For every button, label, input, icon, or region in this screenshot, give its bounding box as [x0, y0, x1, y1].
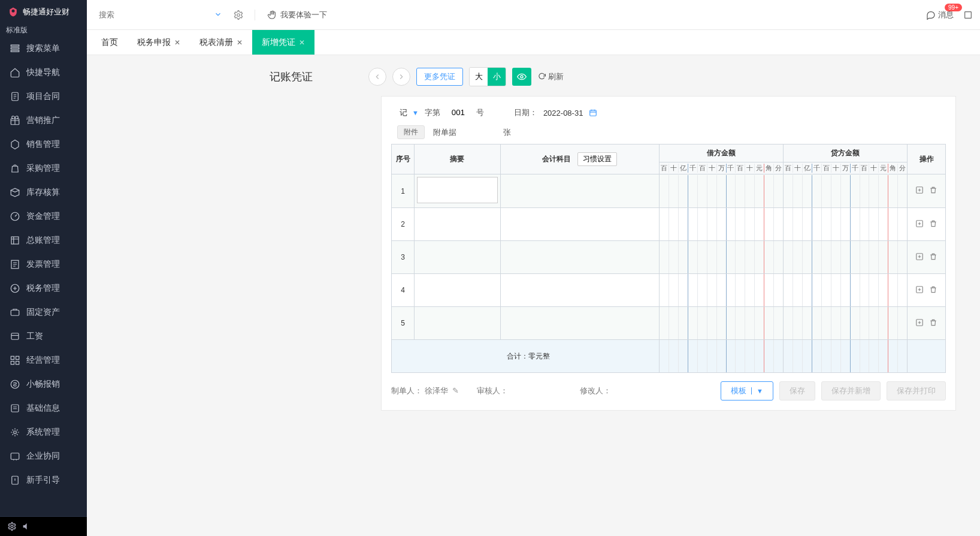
sidebar-item-9[interactable]: 发票管理 [0, 252, 87, 276]
add-row-icon[interactable] [915, 285, 924, 294]
add-row-icon[interactable] [915, 186, 924, 194]
delete-row-icon[interactable] [929, 252, 937, 261]
close-icon[interactable]: ✕ [237, 38, 243, 47]
sidebar-item-16[interactable]: 系统管理 [0, 420, 87, 444]
amount-cell[interactable] [784, 274, 908, 307]
sidebar-item-13[interactable]: 经营管理 [0, 348, 87, 372]
sidebar-item-12[interactable]: 工资 [0, 324, 87, 348]
try-button[interactable]: 我要体验一下 [255, 10, 327, 20]
digit-label: 百 [736, 164, 745, 173]
subject-cell[interactable] [500, 241, 659, 274]
summary-cell[interactable] [415, 274, 500, 307]
svg-rect-22 [965, 11, 972, 18]
amount-cell[interactable] [784, 174, 908, 208]
attachment-button[interactable]: 附件 [397, 125, 425, 139]
summary-input[interactable] [417, 177, 497, 203]
tab-3[interactable]: 新增凭证✕ [252, 30, 314, 55]
sidebar-item-label: 固定资产 [26, 307, 60, 318]
amount-cell[interactable] [784, 208, 908, 241]
summary-cell[interactable] [415, 208, 500, 241]
next-voucher-button[interactable] [392, 68, 410, 86]
summary-cell[interactable] [415, 307, 500, 340]
refresh-button[interactable]: 刷新 [537, 71, 564, 82]
expand-icon[interactable] [963, 10, 973, 20]
sidebar-item-label: 快捷导航 [26, 67, 60, 78]
close-icon[interactable]: ✕ [299, 38, 305, 47]
guide-icon [10, 475, 20, 486]
settings-footer-icon[interactable] [7, 522, 17, 531]
sidebar-item-2[interactable]: 项目合同 [0, 85, 87, 109]
sys-icon [10, 427, 20, 438]
close-icon[interactable]: ✕ [174, 38, 180, 47]
amount-cell[interactable] [784, 340, 908, 373]
sidebar-item-0[interactable]: 搜索菜单 [0, 37, 87, 61]
sidebar-item-11[interactable]: 固定资产 [0, 300, 87, 324]
amount-cell[interactable] [660, 274, 784, 307]
tab-label: 税务申报 [137, 37, 171, 48]
digit-label: 十 [669, 164, 679, 173]
subject-cell[interactable] [500, 208, 659, 241]
sidebar-item-10[interactable]: 税务管理 [0, 276, 87, 300]
voucher-number-input[interactable] [446, 108, 470, 118]
add-row-icon[interactable] [915, 219, 924, 228]
amount-cell[interactable] [660, 208, 784, 241]
edit-maker-icon[interactable]: ✎ [452, 386, 459, 395]
amount-cell[interactable] [660, 241, 784, 274]
calendar-icon[interactable] [589, 109, 597, 117]
voucher-type-select[interactable]: 记 [397, 106, 410, 119]
save-and-print-button[interactable]: 保存并打印 [887, 381, 946, 401]
more-vouchers-button[interactable]: 更多凭证 [416, 68, 463, 86]
delete-row-icon[interactable] [929, 285, 937, 294]
tab-0[interactable]: 首页 [92, 30, 128, 55]
subject-cell[interactable] [500, 274, 659, 307]
subject-cell[interactable] [500, 174, 659, 208]
tab-1[interactable]: 税务申报✕ [128, 30, 190, 55]
sidebar-item-17[interactable]: 企业协同 [0, 444, 87, 468]
sidebar-item-15[interactable]: 基础信息 [0, 396, 87, 420]
search-chevron-icon[interactable] [214, 10, 222, 19]
sidebar-item-5[interactable]: 采购管理 [0, 156, 87, 180]
save-and-new-button[interactable]: 保存并新增 [821, 381, 881, 401]
amount-cell[interactable] [660, 307, 784, 340]
settings-icon[interactable] [233, 10, 244, 20]
sidebar-item-label: 项目合同 [26, 91, 60, 102]
chevron-down-icon[interactable]: ▼ [412, 109, 419, 116]
amount-cell[interactable] [660, 340, 784, 373]
search-input[interactable] [94, 5, 226, 25]
summary-cell[interactable] [415, 174, 500, 208]
prev-voucher-button[interactable] [368, 68, 386, 86]
sidebar-item-label: 搜索菜单 [26, 43, 60, 54]
template-button[interactable]: 模板 ▼ [721, 381, 773, 401]
messages-button[interactable]: 消息 99+ [926, 10, 954, 20]
size-small-button[interactable]: 小 [488, 68, 506, 86]
tab-2[interactable]: 税表清册✕ [190, 30, 252, 55]
date-value[interactable]: 2022-08-31 [543, 109, 583, 118]
digit-label: 百 [698, 164, 707, 173]
sidebar-item-7[interactable]: 资金管理 [0, 204, 87, 228]
sidebar-item-8[interactable]: 总账管理 [0, 228, 87, 252]
sidebar-item-3[interactable]: 营销推广 [0, 109, 87, 133]
delete-row-icon[interactable] [929, 186, 937, 194]
subject-cell[interactable] [500, 307, 659, 340]
size-large-button[interactable]: 大 [470, 68, 488, 86]
add-row-icon[interactable] [915, 318, 924, 327]
sidebar-item-1[interactable]: 快捷导航 [0, 61, 87, 85]
amount-cell[interactable] [784, 307, 908, 340]
sidebar-item-18[interactable]: 新手引导 [0, 468, 87, 492]
amount-cell[interactable] [660, 174, 784, 208]
summary-cell[interactable] [415, 241, 500, 274]
add-row-icon[interactable] [915, 252, 924, 261]
delete-row-icon[interactable] [929, 219, 937, 228]
table-row: 3 [392, 241, 946, 274]
preview-button[interactable] [512, 68, 531, 86]
table-row: 5 [392, 307, 946, 340]
delete-row-icon[interactable] [929, 318, 937, 327]
sidebar-item-6[interactable]: 库存核算 [0, 180, 87, 204]
zhang-label: 张 [503, 127, 511, 138]
sidebar-item-4[interactable]: 销售管理 [0, 133, 87, 156]
sound-footer-icon[interactable] [22, 522, 31, 531]
save-button[interactable]: 保存 [779, 381, 815, 401]
sidebar-item-14[interactable]: 小畅报销 [0, 372, 87, 396]
amount-cell[interactable] [784, 241, 908, 274]
habit-settings-button[interactable]: 习惯设置 [577, 152, 617, 166]
